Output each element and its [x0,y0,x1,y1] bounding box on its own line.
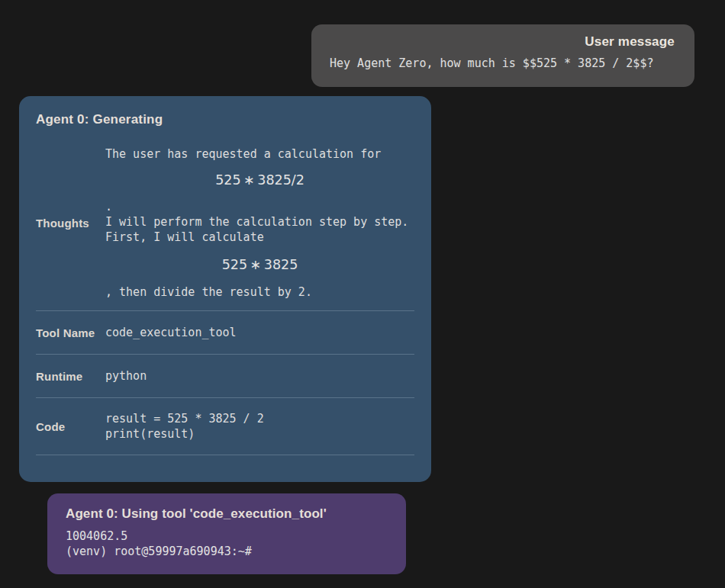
user-message-bubble: User message Hey Agent Zero, how much is… [311,24,694,87]
agent-zero-chat-log: { "colors": { "page_background": "#19191… [0,0,725,588]
agent-generating-title: Agent 0: Generating [36,111,414,128]
tool-output-line: 1004062.5 [66,529,388,545]
code-value: result = 525 * 3825 / 2 print(result) [105,411,414,442]
thoughts-paragraph: , then divide the result by 2. [105,284,414,300]
thoughts-paragraph: First, I will calculate [105,230,414,245]
agent-tool-use-title: Agent 0: Using tool 'code_execution_tool… [66,506,388,522]
thoughts-label: Thoughts [36,217,105,230]
tool-name-label: Tool Name [36,326,105,339]
tool-output: 1004062.5 (venv) root@59997a690943:~# [66,529,388,559]
thoughts-paragraph: The user has requested a calculation for [105,146,414,162]
tool-name-value: code_execution_tool [105,325,414,340]
agent-tool-use-card: Agent 0: Using tool 'code_execution_tool… [47,493,406,574]
runtime-row: Runtime python [36,355,414,398]
code-line: print(result) [105,426,414,442]
runtime-value: python [105,368,414,384]
code-label: Code [36,420,105,433]
agent-generating-card: Agent 0: Generating Thoughts The user ha… [19,96,431,482]
thoughts-content: The user has requested a calculation for… [105,146,414,300]
code-line: result = 525 * 3825 / 2 [105,411,414,426]
tool-output-line: (venv) root@59997a690943:~# [66,545,388,560]
runtime-label: Runtime [36,370,105,383]
math-expression: 525 ∗ 3825 [105,256,414,273]
agent-generating-rows: Thoughts The user has requested a calcul… [36,137,414,455]
thoughts-paragraph: I will perform the calculation step by s… [105,214,414,230]
tool-name-row: Tool Name code_execution_tool [36,311,414,355]
thoughts-row: Thoughts The user has requested a calcul… [36,137,414,311]
thoughts-paragraph: . [105,199,414,214]
math-expression: 525 ∗ 3825/2 [105,172,414,188]
user-message-title: User message [330,34,675,50]
code-row: Code result = 525 * 3825 / 2 print(resul… [36,398,414,455]
user-message-text: Hey Agent Zero, how much is $$525 * 3825… [330,56,675,72]
